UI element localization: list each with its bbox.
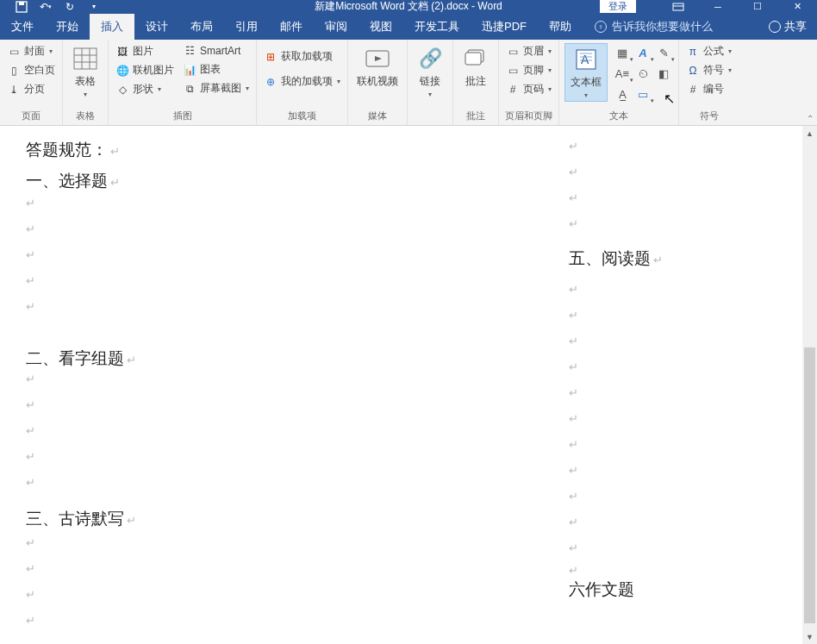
online-picture-label: 联机图片 [133, 63, 174, 78]
screenshot-button[interactable]: ⧉屏幕截图▾ [181, 80, 251, 97]
scroll-thumb[interactable] [804, 347, 815, 623]
tab-review[interactable]: 审阅 [314, 14, 359, 40]
minimize-icon[interactable]: ─ [698, 0, 738, 13]
header-label: 页眉 [523, 44, 544, 59]
smartart-icon: ☷ [183, 44, 196, 58]
text-misc1-button[interactable]: A̲ [613, 84, 632, 103]
footer-button[interactable]: ▭页脚▾ [504, 62, 553, 78]
scroll-down-icon[interactable]: ▼ [802, 629, 817, 644]
section-3: 三、古诗默写↵ [26, 503, 791, 535]
equation-button[interactable]: π公式▾ [684, 43, 733, 59]
number-label: 编号 [703, 82, 724, 97]
pagenumber-label: 页码 [523, 82, 544, 97]
smartart-label: SmartArt [200, 45, 240, 57]
online-video-button[interactable]: 联机视频 [353, 43, 402, 91]
pagenumber-icon: # [506, 83, 520, 97]
group-tables: 表格 ▾ 表格 [63, 40, 109, 125]
wordart-button[interactable]: A▾ [633, 43, 652, 62]
group-headerfooter: ▭页眉▾ ▭页脚▾ #页码▾ 页眉和页脚 [499, 40, 559, 125]
section-5: 五、阅读题↵ [569, 243, 663, 274]
blank-page-button[interactable]: ▯空白页 [5, 62, 57, 78]
tab-home[interactable]: 开始 [45, 14, 90, 40]
share-label: 共享 [784, 19, 807, 34]
shapes-button[interactable]: ◇形状▾ [114, 81, 176, 97]
tell-me-label: 告诉我你想要做什么 [612, 19, 713, 34]
picture-button[interactable]: 🖼图片 [114, 43, 176, 59]
footer-label: 页脚 [523, 63, 544, 78]
comment-button[interactable]: 批注 [458, 43, 493, 91]
my-addins-button[interactable]: ⊕我的加载项▾ [262, 73, 342, 90]
group-text: A 文本框 ▾ ▦▾ A▾ ✎▾ A≡▾ ⏲ ◧ A̲ ▭▾ [559, 40, 679, 125]
tell-me[interactable]: ♀ 告诉我你想要做什么 [595, 19, 713, 40]
tab-mailings[interactable]: 邮件 [269, 14, 314, 40]
tab-view[interactable]: 视图 [359, 14, 403, 40]
number-button[interactable]: #编号 [684, 81, 733, 97]
tab-help[interactable]: 帮助 [538, 14, 583, 40]
scroll-track[interactable] [802, 141, 817, 629]
shapes-label: 形状 [133, 82, 153, 97]
cover-page-button[interactable]: ▭封面▾ [5, 43, 57, 59]
scroll-up-icon[interactable]: ▲ [802, 126, 817, 141]
comment-icon [462, 45, 490, 72]
quickparts-icon: ▦ [617, 47, 627, 59]
tab-xunjiepdf[interactable]: 迅捷PDF [471, 14, 538, 40]
wordart-icon: A [639, 47, 646, 59]
redo-icon[interactable]: ↻ [62, 1, 78, 13]
group-pages-label: 页面 [5, 107, 57, 123]
tab-layout[interactable]: 布局 [179, 14, 224, 40]
online-picture-button[interactable]: 🌐联机图片 [114, 62, 176, 78]
dropcap-button[interactable]: A≡▾ [613, 64, 632, 83]
signature-button[interactable]: ✎▾ [654, 43, 673, 62]
textbox-button[interactable]: A 文本框 ▾ [564, 43, 608, 102]
text-misc1-icon: A̲ [619, 88, 627, 101]
group-headerfooter-label: 页眉和页脚 [504, 107, 553, 123]
pagenumber-button[interactable]: #页码▾ [504, 81, 553, 97]
datetime-button[interactable]: ⏲ [633, 64, 652, 83]
tab-file[interactable]: 文件 [0, 14, 45, 40]
tab-design[interactable]: 设计 [134, 14, 179, 40]
doc-title: 答题规范：↵ [26, 134, 791, 166]
login-button[interactable]: 登录 [600, 0, 636, 14]
save-icon[interactable] [14, 1, 29, 13]
tab-developer[interactable]: 开发工具 [403, 14, 471, 40]
my-addins-icon: ⊕ [264, 75, 278, 89]
group-symbols: π公式▾ Ω符号▾ #编号 符号 [679, 40, 739, 125]
vertical-scrollbar[interactable]: ▲ ▼ [802, 126, 817, 644]
svg-rect-3 [74, 48, 97, 69]
symbol-button[interactable]: Ω符号▾ [684, 62, 733, 78]
page-break-button[interactable]: ⤓分页 [5, 81, 57, 97]
links-button[interactable]: 🔗 链接 ▾ [413, 43, 447, 100]
symbol-label: 符号 [703, 63, 724, 78]
header-button[interactable]: ▭页眉▾ [504, 43, 553, 59]
online-picture-icon: 🌐 [115, 64, 129, 78]
close-icon[interactable]: ✕ [777, 0, 817, 13]
smartart-button[interactable]: ☷SmartArt [181, 43, 251, 59]
table-button[interactable]: 表格 ▾ [68, 43, 103, 100]
number-icon: # [686, 83, 700, 97]
cover-page-label: 封面 [24, 44, 45, 59]
object-button[interactable]: ◧ [654, 64, 673, 83]
links-icon: 🔗 [416, 45, 444, 72]
lightbulb-icon: ♀ [595, 21, 607, 33]
share-button[interactable]: 共享 [769, 19, 807, 34]
get-addins-button[interactable]: ⊞获取加载项 [262, 48, 342, 65]
equation-icon: π [686, 45, 700, 59]
ribbon-options-icon[interactable] [658, 0, 698, 13]
screenshot-label: 屏幕截图 [200, 81, 241, 96]
tab-insert[interactable]: 插入 [90, 14, 134, 40]
quickparts-button[interactable]: ▦▾ [613, 43, 632, 62]
qat-dropdown-icon[interactable]: ▾ [86, 1, 102, 13]
document-area[interactable]: 答题规范：↵ 一、选择题↵ ↵ ↵ ↵ ↵ ↵ 二、看字组题↵ ↵ ↵ ↵ ↵ … [0, 126, 817, 644]
group-addins-label: 加载项 [262, 107, 342, 123]
textbox-label: 文本框 [571, 75, 602, 90]
undo-icon[interactable]: ↶▾ [38, 1, 53, 13]
text-misc2-button[interactable]: ▭▾ [633, 84, 652, 103]
cover-page-icon: ▭ [7, 45, 21, 59]
group-symbols-label: 符号 [684, 107, 733, 123]
links-label: 链接 [420, 74, 440, 89]
group-text-label: 文本 [564, 107, 673, 123]
tab-references[interactable]: 引用 [224, 14, 269, 40]
collapse-ribbon-icon[interactable]: ⌃ [807, 114, 814, 123]
chart-button[interactable]: 📊图表 [181, 61, 251, 78]
maximize-icon[interactable]: ☐ [738, 0, 777, 13]
